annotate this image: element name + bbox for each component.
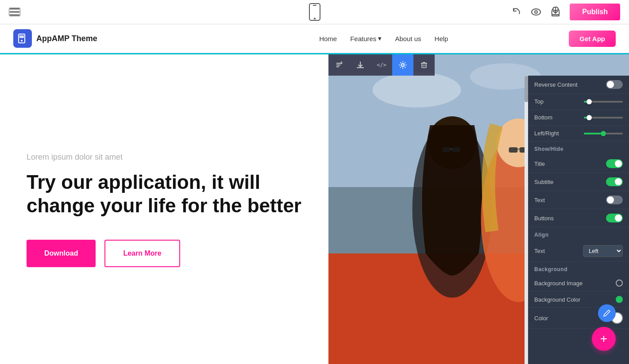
logo-box xyxy=(13,29,32,48)
reverse-content-label: Reverse Content xyxy=(534,81,578,88)
content-panel: Lorem ipsum dolor sit amet Try our appli… xyxy=(0,54,328,364)
text-align-select[interactable]: Left Center Right xyxy=(583,245,623,257)
left-right-slider[interactable] xyxy=(584,133,623,134)
logo-area: AppAMP Theme xyxy=(13,29,198,48)
svg-rect-18 xyxy=(509,147,518,153)
main-area: Lorem ipsum dolor sit amet Try our appli… xyxy=(0,54,629,364)
buttons-toggle[interactable] xyxy=(606,214,623,222)
site-title: AppAMP Theme xyxy=(36,34,97,43)
svg-point-12 xyxy=(373,72,461,107)
top-toolbar: Publish xyxy=(0,0,629,24)
image-panel: </> Reverse C xyxy=(328,54,629,364)
hero-subtitle: Lorem ipsum dolor sit amet xyxy=(27,153,302,162)
background-image-row: Background Image xyxy=(528,275,629,291)
buttons-label: Buttons xyxy=(534,215,554,222)
background-color-row: Background Color xyxy=(528,291,629,308)
background-color-radio[interactable] xyxy=(616,296,623,303)
scroll-indicator xyxy=(525,76,528,364)
undo-button[interactable] xyxy=(512,7,522,17)
svg-point-3 xyxy=(532,9,540,15)
left-right-slider-row: Left/Right xyxy=(528,126,629,142)
svg-rect-28 xyxy=(422,63,426,68)
settings-panel: Reverse Content Top Bottom xyxy=(528,76,629,364)
code-action-button[interactable]: </> xyxy=(371,54,392,76)
reverse-content-toggle[interactable] xyxy=(606,80,623,89)
learn-more-button[interactable]: Learn More xyxy=(104,240,180,267)
svg-point-4 xyxy=(535,11,537,13)
download-action-button[interactable] xyxy=(350,54,371,76)
title-label: Title xyxy=(534,161,545,167)
settings-action-button[interactable] xyxy=(392,54,413,76)
text-align-label: Text xyxy=(534,248,545,254)
toolbar-left xyxy=(9,8,20,16)
toolbar-center xyxy=(309,3,321,21)
hero-button-row: Download Learn More xyxy=(27,240,302,267)
chevron-down-icon: ▾ xyxy=(378,34,382,42)
delete-action-button[interactable] xyxy=(413,54,435,76)
svg-point-1 xyxy=(314,18,316,19)
text-toggle[interactable] xyxy=(606,195,623,204)
subtitle-label: Subtitle xyxy=(534,179,553,185)
nav-help[interactable]: Help xyxy=(435,35,448,42)
get-app-button[interactable]: Get App xyxy=(569,31,616,47)
title-toggle-row: Title xyxy=(528,155,629,173)
subtitle-toggle-row: Subtitle xyxy=(528,173,629,191)
text-label: Text xyxy=(534,197,545,203)
svg-rect-22 xyxy=(452,147,460,152)
hero-heading: Try our application, it will change your… xyxy=(27,171,302,218)
top-slider[interactable] xyxy=(584,101,623,103)
svg-rect-7 xyxy=(19,35,24,38)
bottom-label: Bottom xyxy=(534,114,552,121)
top-label: Top xyxy=(534,98,544,105)
text-toggle-row: Text xyxy=(528,191,629,209)
sort-action-button[interactable] xyxy=(328,54,350,76)
preview-button[interactable] xyxy=(531,7,541,17)
svg-rect-21 xyxy=(443,147,451,152)
subtitle-toggle[interactable] xyxy=(606,177,623,186)
background-image-label: Background Image xyxy=(534,280,583,287)
download-button[interactable]: Download xyxy=(27,240,96,267)
site-nav: Home Features ▾ About us Help xyxy=(198,34,569,42)
toolbar-right: Publish xyxy=(512,4,620,20)
color-label: Color xyxy=(534,315,548,322)
bottom-slider-row: Bottom xyxy=(528,110,629,126)
add-button[interactable]: + xyxy=(592,327,616,351)
plus-icon: + xyxy=(600,333,607,345)
svg-point-27 xyxy=(401,64,404,66)
reverse-content-row: Reverse Content xyxy=(528,76,629,94)
buttons-toggle-row: Buttons xyxy=(528,209,629,227)
nav-about[interactable]: About us xyxy=(395,35,421,42)
text-align-row: Text Left Center Right xyxy=(528,241,629,262)
left-right-label: Left/Right xyxy=(534,130,559,137)
align-header: Align xyxy=(528,227,629,241)
title-toggle[interactable] xyxy=(606,159,623,168)
bottom-slider[interactable] xyxy=(584,117,623,119)
scroll-thumb[interactable] xyxy=(525,76,528,102)
panel-actions-toolbar: </> xyxy=(328,54,435,76)
export-button[interactable] xyxy=(550,7,561,17)
background-image-radio[interactable] xyxy=(616,280,623,287)
site-header: AppAMP Theme Home Features ▾ About us He… xyxy=(0,24,629,53)
phone-preview-button[interactable] xyxy=(309,3,321,21)
nav-features[interactable]: Features ▾ xyxy=(350,34,382,42)
edit-pencil-button[interactable] xyxy=(598,304,616,322)
logo-icon xyxy=(17,33,28,44)
nav-home[interactable]: Home xyxy=(319,35,337,42)
publish-button[interactable]: Publish xyxy=(570,4,620,20)
background-color-label: Background Color xyxy=(534,296,580,303)
top-slider-row: Top xyxy=(528,94,629,110)
hamburger-menu-button[interactable] xyxy=(9,8,20,16)
svg-point-8 xyxy=(21,40,23,42)
show-hide-header: Show/Hide xyxy=(528,142,629,155)
background-header: Background xyxy=(528,262,629,275)
svg-rect-2 xyxy=(313,5,316,6)
